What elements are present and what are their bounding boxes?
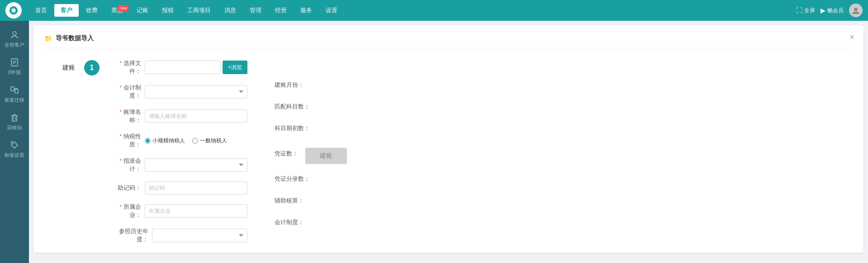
step-label: 建账: [62, 61, 75, 72]
sidebar-item-recycle[interactable]: 回收站: [0, 108, 29, 136]
right-panel: 建账月份： 匹配科目数： 科目期初数： 凭证数： 建账 凭证分录数： 辅助核算：…: [275, 59, 383, 244]
tag-icon: [9, 140, 19, 150]
memo-code-row: 助记码：: [109, 181, 247, 195]
user-icon: [9, 30, 19, 40]
svg-point-1: [12, 9, 15, 12]
file-input[interactable]: [145, 61, 221, 74]
nav-item-business[interactable]: 工商项目: [181, 4, 217, 17]
build-button[interactable]: 建账: [305, 148, 347, 164]
right-accounting-system-label: 会计制度：: [275, 216, 383, 229]
accounting-system-label: 会计制度：: [109, 84, 141, 100]
file-row: 选择文件： +浏览: [109, 59, 247, 75]
sidebar-item-tag-settings[interactable]: 标签设置: [0, 136, 29, 163]
nav-right: ⛶ 全屏 ▶ 畅会员: [796, 4, 863, 17]
import-card: 📁 导爷数据导入 × 建账 1 选择文件：: [33, 25, 863, 253]
match-subjects-label: 匹配科目数：: [275, 100, 383, 113]
app-logo: [5, 2, 22, 19]
main-layout: 全部客户 0申报 账套迁移: [0, 21, 868, 263]
memo-code-input[interactable]: [145, 181, 247, 195]
step-circle: 1: [84, 60, 100, 75]
step-form: 选择文件： +浏览 会计制度：: [109, 59, 247, 244]
svg-rect-10: [12, 116, 17, 121]
sidebar-item-zero-report[interactable]: 0申报: [0, 53, 29, 80]
nav-item-home[interactable]: 首页: [29, 4, 53, 17]
form-wrapper: 建账 1 选择文件： +浏览: [44, 59, 853, 244]
close-button[interactable]: ×: [849, 33, 854, 42]
ledger-name-row: 账簿名称：: [109, 108, 247, 124]
nav-item-service[interactable]: 服务: [294, 4, 318, 17]
fullscreen-button[interactable]: ⛶ 全屏: [796, 7, 815, 14]
history-year-label: 参照历史年度：: [109, 227, 148, 244]
transfer-icon: [9, 85, 19, 95]
history-year-select[interactable]: [152, 229, 247, 242]
nav-items: 首页 客户 收费 票据 new 记账 报税 工商项目 消息 管理 经营 服务 设…: [29, 4, 796, 17]
ledger-name-input[interactable]: [145, 109, 247, 123]
nav-item-manage[interactable]: 管理: [243, 4, 268, 17]
company-input[interactable]: [145, 204, 247, 218]
avatar[interactable]: [849, 4, 863, 17]
trash-icon: [9, 113, 19, 122]
svg-point-3: [13, 32, 16, 35]
nav-item-message[interactable]: 消息: [218, 4, 242, 17]
top-navigation: 首页 客户 收费 票据 new 记账 报税 工商项目 消息 管理 经营 服务 设…: [0, 0, 868, 21]
aux-accounting-label: 辅助核算：: [275, 194, 383, 207]
initial-balance-label: 科目期初数：: [275, 122, 383, 135]
svg-point-14: [13, 143, 14, 145]
voucher-count-label: 凭证数：: [275, 147, 298, 160]
month-label: 建账月份：: [275, 78, 383, 92]
accountant-select[interactable]: [145, 158, 247, 172]
nav-item-operation[interactable]: 经营: [269, 4, 293, 17]
report-icon: [9, 57, 19, 67]
nav-item-tax[interactable]: 报税: [156, 4, 180, 17]
memo-code-label: 助记码：: [109, 184, 141, 192]
svg-point-2: [854, 8, 858, 11]
accountant-label: 指派会计：: [109, 157, 141, 173]
company-row: 所属企业：: [109, 203, 247, 219]
accounting-system-row: 会计制度：: [109, 84, 247, 100]
nav-item-invoice[interactable]: 票据 new: [105, 4, 129, 17]
fullscreen-icon: ⛶: [796, 7, 802, 14]
tax-type-row: 纳税性质： 小规模纳税人 一般纳税人: [109, 132, 247, 149]
nav-item-settings[interactable]: 设置: [319, 4, 344, 17]
import-icon: 📁: [44, 35, 52, 42]
sidebar-item-transfer[interactable]: 账套迁移: [0, 80, 29, 108]
accountant-row: 指派会计：: [109, 157, 247, 173]
new-badge: new: [118, 5, 128, 11]
svg-rect-8: [11, 87, 14, 91]
step-section: 建账 1 选择文件： +浏览: [62, 59, 247, 244]
video-icon: ▶: [821, 7, 825, 14]
svg-rect-9: [15, 89, 18, 93]
voucher-entries-label: 凭证分录数：: [275, 172, 383, 186]
tax-type-radio-group: 小规模纳税人 一般纳税人: [145, 137, 227, 145]
nav-item-billing[interactable]: 收费: [80, 4, 104, 17]
file-input-wrapper: +浏览: [145, 61, 247, 74]
tax-type-label: 纳税性质：: [109, 132, 141, 149]
radio-small-taxpayer[interactable]: 小规模纳税人: [145, 137, 185, 145]
sidebar: 全部客户 0申报 账套迁移: [0, 21, 29, 263]
card-header: 📁 导爷数据导入: [44, 34, 853, 48]
ledger-name-label: 账簿名称：: [109, 108, 141, 124]
company-label: 所属企业：: [109, 203, 141, 219]
card-title: 导爷数据导入: [56, 34, 94, 42]
accounting-system-select[interactable]: [145, 85, 247, 99]
content-area: 📁 导爷数据导入 × 建账 1 选择文件：: [29, 21, 868, 263]
nav-item-bookkeeping[interactable]: 记账: [130, 4, 155, 17]
browse-button[interactable]: +浏览: [223, 61, 247, 74]
history-year-row: 参照历史年度：: [109, 227, 247, 244]
sidebar-item-all-clients[interactable]: 全部客户: [0, 25, 29, 53]
radio-general-taxpayer[interactable]: 一般纳税人: [192, 137, 227, 145]
nav-item-client[interactable]: 客户: [54, 4, 79, 17]
file-label: 选择文件：: [109, 59, 141, 75]
member-button[interactable]: ▶ 畅会员: [821, 7, 844, 14]
